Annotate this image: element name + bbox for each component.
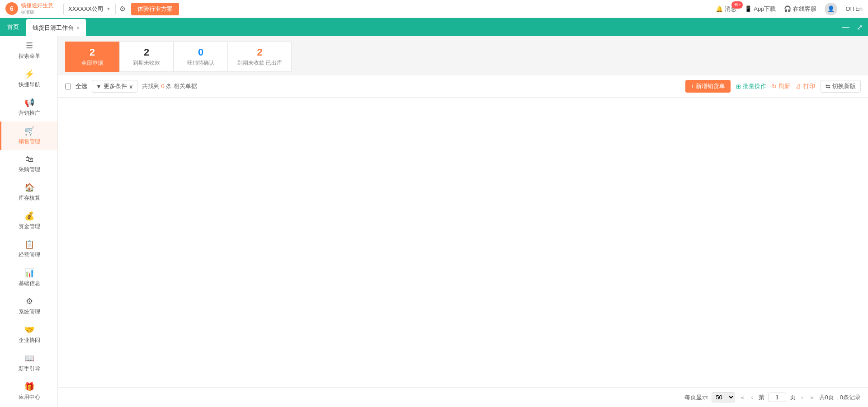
tab-home[interactable]: 首页: [0, 18, 26, 36]
sidebar-item-quicknav[interactable]: ⚡ 快捷导航: [0, 65, 57, 93]
app-download-button[interactable]: 📱 App下载: [745, 5, 776, 13]
last-page-button[interactable]: »: [808, 393, 815, 402]
tab-label: 钱货日清工作台: [33, 24, 74, 32]
toolbar-left: 全选 ▼ 更多条件 ∨ 共找到 0 条 相关单据: [65, 80, 680, 93]
select-all-label: 全选: [75, 82, 87, 90]
chevron-down-icon: ▼: [106, 6, 111, 11]
logo-area: 6 畅捷通好生意 标准版: [5, 2, 63, 15]
sidebar-item-label: 搜索菜单: [19, 52, 40, 60]
maximize-icon[interactable]: ⤢: [855, 21, 864, 33]
page-number-input[interactable]: [768, 393, 786, 402]
batch-operation-button[interactable]: ⊞ 批量操作: [736, 82, 766, 90]
add-sales-order-button[interactable]: + 新增销货单: [685, 80, 731, 93]
per-page-label: 每页显示: [684, 393, 708, 402]
stat-label-overdue: 到期未收款: [129, 59, 164, 67]
gear-icon[interactable]: ⚙: [119, 5, 126, 13]
online-service-button[interactable]: 🎧 在线客服: [784, 5, 816, 13]
logo-icon: 6: [5, 2, 18, 15]
prev-page-button[interactable]: ‹: [750, 393, 755, 402]
sidebar-item-label: 应用中心: [19, 393, 40, 401]
megaphone-icon: 📢: [24, 98, 34, 108]
found-suffix: 相关单据: [174, 83, 197, 89]
filter-button[interactable]: ▼ 更多条件 ∨: [92, 80, 137, 93]
avatar[interactable]: 👤: [825, 3, 837, 15]
sidebar-item-label: 基础信息: [19, 280, 40, 287]
message-badge: 99+: [731, 1, 743, 9]
stat-num-overdue-shipped: 2: [237, 47, 282, 58]
topbar: 6 畅捷通好生意 标准版 XXXXXX公司 ▼ ⚙ 体验行业方案 🔔 消息 99…: [0, 0, 868, 18]
refresh-label: 刷新: [778, 82, 790, 90]
table-area: [58, 98, 868, 387]
stat-num-wangpu: 0: [183, 47, 218, 58]
tab-close-icon[interactable]: ×: [76, 25, 80, 31]
headset-icon: 🎧: [784, 5, 791, 12]
print-button[interactable]: 🖨 打印: [796, 82, 815, 90]
stat-label-wangpu: 旺铺待确认: [183, 59, 218, 67]
avatar-icon: 👤: [827, 5, 835, 12]
sidebar-item-label: 营销推广: [19, 109, 40, 117]
company-selector[interactable]: XXXXXX公司 ▼: [63, 3, 116, 15]
minimize-icon[interactable]: —: [840, 21, 851, 33]
grid-icon: 📊: [24, 268, 34, 278]
stat-label-overdue-shipped: 到期未收款 已出库: [237, 59, 282, 67]
sidebar-item-finance[interactable]: 💰 资金管理: [0, 206, 57, 235]
money-icon: 💰: [24, 211, 34, 221]
bell-icon: 🔔: [716, 5, 723, 12]
first-page-button[interactable]: «: [739, 393, 745, 402]
app-download-label: App下载: [754, 5, 776, 13]
sidebar: ☰ 搜索菜单 ⚡ 快捷导航 📢 营销推广 🛒 销售管理 🛍 采购管理 🏠 库存核…: [0, 36, 58, 407]
sidebar-item-label: 库存核算: [19, 194, 40, 202]
found-text: 共找到 0 条 相关单据: [142, 82, 197, 90]
clipboard-icon: 📋: [24, 239, 34, 249]
topbar-right: 🔔 消息 99+ 📱 App下载 🎧 在线客服 👤 OfTEn: [716, 3, 863, 15]
online-service-label: 在线客服: [793, 5, 816, 13]
sidebar-item-label: 企业协同: [19, 337, 40, 344]
sidebar-item-sales[interactable]: 🛒 销售管理: [0, 122, 57, 150]
sidebar-item-system[interactable]: ⚙ 系统管理: [0, 292, 57, 320]
sidebar-item-base-info[interactable]: 📊 基础信息: [0, 263, 57, 292]
switch-new-version-button[interactable]: ⇆ 切换新版: [821, 80, 861, 93]
next-page-button[interactable]: ›: [799, 393, 805, 402]
trial-button[interactable]: 体验行业方案: [131, 3, 179, 15]
print-label: 打印: [803, 82, 815, 90]
print-icon: 🖨: [796, 83, 802, 90]
refresh-button[interactable]: ↻ 刷新: [772, 82, 790, 90]
logo-sub: 标准版: [21, 9, 53, 15]
stat-num-all: 2: [75, 47, 110, 58]
sidebar-item-corp-collab[interactable]: 🤝 企业协同: [0, 320, 57, 349]
tab-active[interactable]: 钱货日清工作台 ×: [26, 19, 86, 37]
batch-icon: ⊞: [736, 83, 741, 90]
switch-label: 切换新版: [832, 82, 856, 90]
toolbar: 全选 ▼ 更多条件 ∨ 共找到 0 条 相关单据 + 新增销货单 ⊞ 批量操作: [58, 75, 868, 98]
stat-card-overdue-shipped[interactable]: 2 到期未收款 已出库: [228, 42, 292, 72]
stat-card-all[interactable]: 2 全部单据: [65, 42, 119, 72]
sidebar-item-purchase[interactable]: 🛍 采购管理: [0, 150, 57, 178]
per-page-select[interactable]: 50 20 100: [712, 392, 735, 402]
sidebar-item-label: 系统管理: [19, 308, 40, 316]
sidebar-item-marketing[interactable]: 📢 营销推广: [0, 93, 57, 122]
tabbar-right: — ⤢: [840, 21, 868, 33]
sidebar-item-label: 经营管理: [19, 251, 40, 259]
search-icon: ☰: [26, 41, 33, 51]
batch-label: 批量操作: [743, 82, 766, 90]
switch-icon: ⇆: [826, 83, 830, 90]
gift-icon: 🎁: [24, 382, 34, 392]
chevron-icon: ∨: [129, 83, 133, 90]
sidebar-item-app-center[interactable]: 🎁 应用中心: [0, 377, 57, 406]
total-records: 共0页，0条记录: [819, 393, 861, 402]
sidebar-item-operations[interactable]: 📋 经营管理: [0, 235, 57, 263]
sidebar-item-label: 新手引导: [19, 365, 40, 373]
content-area: 2 全部单据 2 到期未收款 0 旺铺待确认 2 到期未收款 已出库 全选: [58, 36, 868, 407]
sidebar-item-inventory[interactable]: 🏠 库存核算: [0, 178, 57, 206]
filter-icon: ▼: [96, 83, 102, 90]
sidebar-item-search[interactable]: ☰ 搜索菜单: [0, 36, 57, 65]
stat-card-overdue[interactable]: 2 到期未收款: [119, 42, 174, 72]
sidebar-item-guide[interactable]: 📖 新手引导: [0, 349, 57, 377]
stats-row: 2 全部单据 2 到期未收款 0 旺铺待确认 2 到期未收款 已出库: [58, 36, 868, 72]
message-button[interactable]: 🔔 消息 99+: [716, 5, 736, 13]
stat-card-wangpu[interactable]: 0 旺铺待确认: [174, 42, 228, 72]
select-all-checkbox[interactable]: [65, 84, 71, 89]
cog-icon: ⚙: [26, 296, 33, 306]
cart-icon: 🛒: [24, 126, 34, 136]
stat-num-overdue: 2: [129, 47, 164, 58]
